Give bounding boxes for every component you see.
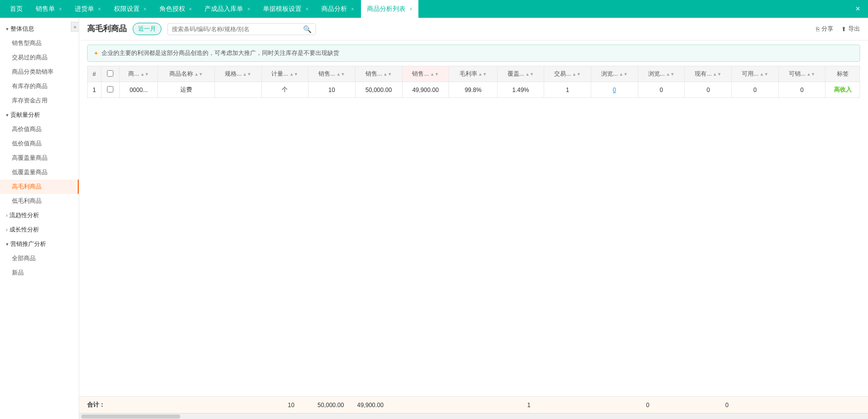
footer-sellable-stock: 0 — [707, 402, 747, 409]
row-checkbox[interactable] — [107, 86, 113, 93]
sidebar-item-high-coverage[interactable]: 高覆盖量商品 — [0, 151, 79, 165]
sidebar-group-growth[interactable]: › 成长性分析 — [0, 223, 79, 237]
window-close-button[interactable]: × — [852, 4, 864, 13]
nav-permissions[interactable]: 权限设置 × — [108, 0, 153, 18]
col-browse1-sort-icon: ▲▼ — [619, 72, 628, 77]
sidebar-item-sales-goods[interactable]: 销售型商品 — [0, 36, 79, 50]
nav-sales[interactable]: 销售单 × — [30, 0, 68, 18]
nav-product-analysis-close[interactable]: × — [351, 6, 354, 12]
nav-purchase-close[interactable]: × — [98, 6, 101, 12]
col-current-stock[interactable]: 现有... ▲▼ — [685, 66, 732, 82]
content-header: 高毛利商品 近一月 🔍 ⎘ 分享 ⬆ 导出 — [79, 18, 868, 41]
sidebar-item-all-goods[interactable]: 全部商品 — [0, 251, 79, 266]
col-checkbox — [101, 66, 119, 82]
footer-current-stock: 0 — [628, 402, 667, 409]
info-banner: ✦ 企业的主要的利润都是这部分商品创造的，可考虑加大推广，同时关注库存是不要出现… — [87, 45, 860, 62]
select-all-checkbox[interactable] — [107, 70, 113, 77]
col-sales-amount[interactable]: 销售... ▲▼ — [355, 66, 402, 82]
row-browse1[interactable]: 0 — [591, 82, 638, 98]
sidebar-collapse-button[interactable]: « — [71, 22, 79, 32]
sidebar-item-traded-goods[interactable]: 交易过的商品 — [0, 50, 79, 65]
sidebar-item-category-rate[interactable]: 商品分类助销率 — [0, 65, 79, 79]
nav-analysis-list-close[interactable]: × — [409, 6, 412, 12]
sidebar-group-growth-arrow: › — [6, 227, 7, 233]
row-coverage: 1.49% — [497, 82, 544, 98]
sidebar-group-contribution[interactable]: ▾ 贡献量分析 — [0, 108, 79, 122]
sidebar-group-marketing[interactable]: ▾ 营销推广分析 — [0, 237, 79, 251]
row-available-stock: 0 — [732, 82, 779, 98]
col-unit-sort-icon: ▲▼ — [289, 72, 298, 77]
row-gross-rate: 99.8% — [449, 82, 497, 98]
nav-product-analysis[interactable]: 商品分析 × — [315, 0, 360, 18]
info-icon: ✦ — [94, 50, 99, 57]
nav-template-close[interactable]: × — [306, 6, 308, 12]
sidebar-group-trend-arrow: › — [6, 213, 7, 218]
nav-stock-in-close[interactable]: × — [247, 6, 250, 12]
row-spec — [214, 82, 261, 98]
nav-roles-close[interactable]: × — [189, 6, 192, 12]
sidebar-item-low-margin[interactable]: 低毛利商品 — [0, 194, 79, 208]
row-current-stock: 0 — [685, 82, 732, 98]
content-area: 高毛利商品 近一月 🔍 ⎘ 分享 ⬆ 导出 ✦ 企业的主要的利润都是这部分商品创… — [79, 18, 868, 419]
horizontal-scrollbar[interactable] — [79, 413, 868, 419]
col-current-stock-sort-icon: ▲▼ — [713, 72, 721, 77]
export-button[interactable]: ⬆ 导出 — [841, 25, 860, 33]
table-row: 1 0000... 运费 个 10 50,000.00 49,900.00 99… — [88, 82, 860, 98]
col-available-stock[interactable]: 可用... ▲▼ — [732, 66, 779, 82]
row-sales-amount: 50,000.00 — [355, 82, 402, 98]
col-transactions[interactable]: 交易... ▲▼ — [544, 66, 591, 82]
sidebar: « ▾ 整体信息 销售型商品 交易过的商品 商品分类助销率 有库存的商品 库存资… — [0, 18, 79, 419]
row-sellable-stock: 0 — [778, 82, 825, 98]
footer-blank2 — [430, 402, 469, 409]
col-name[interactable]: 商品名称 ▲▼ — [158, 66, 214, 82]
product-table: # 商... ▲▼ 商品名称 — [87, 66, 860, 98]
sidebar-group-trend[interactable]: › 流趋性分析 — [0, 208, 79, 223]
col-sales-profit[interactable]: 销售... ▲▼ — [402, 66, 449, 82]
col-spec-sort-icon: ▲▼ — [243, 72, 252, 77]
row-browse2: 0 — [638, 82, 685, 98]
browse1-link[interactable]: 0 — [613, 87, 616, 93]
filter-recent-month-button[interactable]: 近一月 — [133, 23, 161, 35]
nav-home[interactable]: 首页 — [4, 0, 29, 18]
col-gross-rate-sort-icon: ▲▼ — [478, 72, 487, 77]
share-icon: ⎘ — [816, 26, 819, 33]
search-icon[interactable]: 🔍 — [303, 25, 311, 33]
col-code[interactable]: 商... ▲▼ — [119, 66, 158, 82]
col-sellable-stock[interactable]: 可销... ▲▼ — [778, 66, 825, 82]
col-spec[interactable]: 规格... ▲▼ — [214, 66, 261, 82]
col-sales-qty[interactable]: 销售... ▲▼ — [308, 66, 356, 82]
row-sales-profit: 49,900.00 — [402, 82, 449, 98]
nav-template[interactable]: 单据模板设置 × — [257, 0, 314, 18]
col-name-sort-icon: ▲▼ — [194, 72, 203, 77]
nav-stock-in[interactable]: 产成品入库单 × — [199, 0, 256, 18]
sidebar-item-new-goods[interactable]: 新品 — [0, 266, 79, 280]
scrollbar-thumb[interactable] — [81, 415, 180, 419]
col-browse1[interactable]: 浏览... ▲▼ — [591, 66, 638, 82]
header-actions: ⎘ 分享 ⬆ 导出 — [816, 25, 860, 33]
col-code-sort-icon: ▲▼ — [140, 72, 149, 77]
sidebar-item-high-margin[interactable]: 高毛利商品 — [0, 180, 79, 194]
sidebar-group-overall[interactable]: ▾ 整体信息 — [0, 22, 79, 36]
nav-permissions-close[interactable]: × — [144, 6, 147, 12]
col-unit[interactable]: 计量... ▲▼ — [261, 66, 308, 82]
sidebar-group-marketing-arrow: ▾ — [6, 241, 8, 247]
nav-sales-close[interactable]: × — [59, 6, 62, 12]
col-coverage[interactable]: 覆盖... ▲▼ — [497, 66, 544, 82]
sidebar-item-stock-capital[interactable]: 库存资金占用 — [0, 93, 79, 108]
sidebar-item-low-value[interactable]: 低价值商品 — [0, 137, 79, 151]
sidebar-item-low-coverage[interactable]: 低覆盖量商品 — [0, 165, 79, 180]
nav-purchase[interactable]: 进货单 × — [69, 0, 107, 18]
row-sales-qty: 10 — [308, 82, 356, 98]
row-unit: 个 — [261, 82, 308, 98]
col-gross-rate[interactable]: 毛利率 ▲▼ — [449, 66, 497, 82]
footer-sales-amount: 50,000.00 — [311, 402, 351, 409]
table-container: # 商... ▲▼ 商品名称 — [79, 66, 868, 396]
nav-roles[interactable]: 角色授权 × — [153, 0, 198, 18]
sidebar-item-in-stock[interactable]: 有库存的商品 — [0, 79, 79, 93]
search-input[interactable] — [172, 26, 301, 33]
share-button[interactable]: ⎘ 分享 — [816, 25, 833, 33]
col-browse2[interactable]: 浏览... ▲▼ — [638, 66, 685, 82]
nav-analysis-list[interactable]: 商品分析列表 × — [361, 0, 418, 18]
sidebar-item-high-value[interactable]: 高价值商品 — [0, 122, 79, 137]
footer-bar: 合计： 10 50,000.00 49,900.00 1 0 0 — [79, 396, 868, 413]
